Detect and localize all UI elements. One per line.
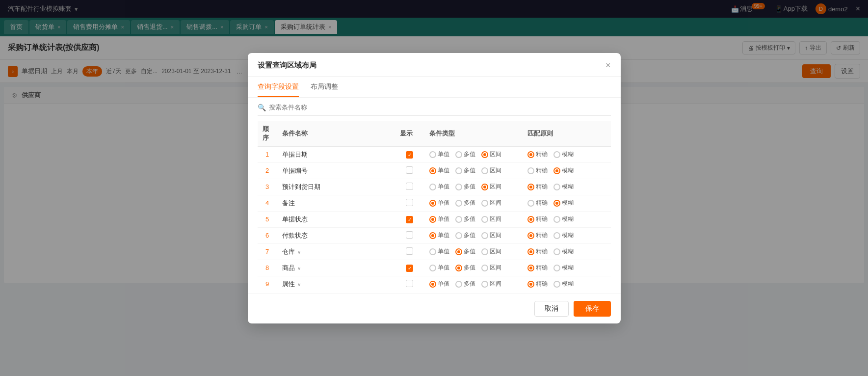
radio-match-exact-3[interactable]: 精确 bbox=[527, 199, 548, 207]
dialog-tab-query-fields-label: 查询字段设置 bbox=[258, 82, 299, 90]
cell-name-4: 单据状态 bbox=[277, 211, 395, 227]
radio-match-exact-7[interactable]: 精确 bbox=[527, 264, 548, 272]
display-checkbox-8[interactable] bbox=[406, 280, 413, 287]
radio-type-range-3[interactable]: 区间 bbox=[481, 199, 501, 207]
radio-type-single-5[interactable]: 单值 bbox=[429, 231, 449, 240]
radio-type-multi-7[interactable]: 多值 bbox=[455, 264, 475, 272]
radio-type-range-4[interactable]: 区间 bbox=[481, 215, 501, 223]
radio-circle-icon bbox=[553, 216, 560, 223]
radio-type-range-8[interactable]: 区间 bbox=[481, 280, 501, 287]
radio-match-fuzzy-6[interactable]: 模糊 bbox=[553, 247, 574, 256]
cell-order-1: 2 bbox=[258, 162, 277, 179]
radio-type-range-1[interactable]: 区间 bbox=[481, 166, 501, 175]
radio-type-single-2[interactable]: 单值 bbox=[429, 183, 449, 191]
radio-type-label: 区间 bbox=[490, 231, 501, 240]
radio-type-multi-2[interactable]: 多值 bbox=[455, 183, 475, 191]
radio-circle-icon bbox=[429, 184, 436, 190]
radio-type-label: 多值 bbox=[464, 150, 475, 159]
radio-type-multi-0[interactable]: 多值 bbox=[455, 150, 475, 159]
radio-type-single-4[interactable]: 单值 bbox=[429, 215, 449, 223]
radio-match-exact-6[interactable]: 精确 bbox=[527, 247, 548, 256]
radio-match-label: 精确 bbox=[536, 280, 548, 287]
radio-type-single-1[interactable]: 单值 bbox=[429, 166, 449, 175]
cell-display-6 bbox=[395, 243, 424, 260]
radio-type-range-7[interactable]: 区间 bbox=[481, 264, 501, 272]
search-icon: 🔍 bbox=[258, 104, 266, 111]
radio-match-fuzzy-5[interactable]: 模糊 bbox=[553, 231, 574, 240]
radio-match-fuzzy-7[interactable]: 模糊 bbox=[553, 264, 574, 272]
radio-circle-icon bbox=[455, 281, 462, 288]
display-checkbox-0[interactable]: ✓ bbox=[406, 151, 413, 159]
dropdown-arrow-icon: ∨ bbox=[297, 282, 301, 287]
cell-name-2: 预计到货日期 bbox=[277, 179, 395, 195]
radio-match-label: 模糊 bbox=[562, 166, 574, 175]
radio-type-label: 单值 bbox=[438, 199, 449, 207]
radio-circle-icon bbox=[455, 265, 462, 271]
radio-type-range-0[interactable]: 区间 bbox=[481, 150, 501, 159]
radio-type-single-3[interactable]: 单值 bbox=[429, 199, 449, 207]
radio-match-exact-2[interactable]: 精确 bbox=[527, 183, 548, 191]
radio-type-single-0[interactable]: 单值 bbox=[429, 150, 449, 159]
radio-type-label: 区间 bbox=[490, 183, 501, 191]
cell-match-5: 精确模糊 bbox=[523, 227, 611, 243]
radio-type-single-7[interactable]: 单值 bbox=[429, 264, 449, 272]
radio-match-fuzzy-3[interactable]: 模糊 bbox=[553, 199, 574, 207]
radio-type-label: 单值 bbox=[438, 150, 449, 159]
radio-match-fuzzy-1[interactable]: 模糊 bbox=[553, 166, 574, 175]
radio-type-multi-8[interactable]: 多值 bbox=[455, 280, 475, 287]
radio-type-single-8[interactable]: 单值 bbox=[429, 280, 449, 287]
radio-circle-icon bbox=[553, 281, 560, 288]
cell-display-1 bbox=[395, 162, 424, 179]
radio-type-multi-6[interactable]: 多值 bbox=[455, 247, 475, 256]
radio-match-label: 模糊 bbox=[562, 199, 574, 207]
table-row: 5单据状态✓单值多值区间精确模糊 bbox=[258, 211, 611, 227]
radio-match-exact-0[interactable]: 精确 bbox=[527, 150, 548, 159]
radio-type-label: 多值 bbox=[464, 199, 475, 207]
radio-type-range-2[interactable]: 区间 bbox=[481, 183, 501, 191]
radio-type-multi-5[interactable]: 多值 bbox=[455, 231, 475, 240]
radio-type-range-5[interactable]: 区间 bbox=[481, 231, 501, 240]
radio-match-fuzzy-4[interactable]: 模糊 bbox=[553, 215, 574, 223]
cell-order-4: 5 bbox=[258, 211, 277, 227]
radio-type-label: 区间 bbox=[490, 280, 501, 287]
radio-type-single-6[interactable]: 单值 bbox=[429, 247, 449, 256]
radio-type-label: 区间 bbox=[490, 166, 501, 175]
display-checkbox-5[interactable] bbox=[406, 231, 413, 239]
radio-match-fuzzy-8[interactable]: 模糊 bbox=[553, 280, 574, 287]
radio-match-exact-5[interactable]: 精确 bbox=[527, 231, 548, 240]
display-checkbox-3[interactable] bbox=[406, 199, 413, 206]
table-row: 9属性 ∨单值多值区间精确模糊 bbox=[258, 276, 611, 287]
dropdown-arrow-icon: ∨ bbox=[297, 266, 301, 271]
radio-type-multi-3[interactable]: 多值 bbox=[455, 199, 475, 207]
display-checkbox-2[interactable] bbox=[406, 183, 413, 190]
radio-circle-icon bbox=[455, 200, 462, 207]
dialog-header: 设置查询区域布局 × bbox=[248, 53, 621, 77]
modal-overlay: 设置查询区域布局 × 查询字段设置 布局调整 🔍 bbox=[0, 0, 868, 287]
dialog-close-button[interactable]: × bbox=[605, 61, 611, 70]
radio-match-label: 精确 bbox=[536, 264, 548, 272]
cell-type-4: 单值多值区间 bbox=[424, 211, 523, 227]
display-checkbox-6[interactable] bbox=[406, 247, 413, 255]
radio-match-exact-8[interactable]: 精确 bbox=[527, 280, 548, 287]
radio-match-fuzzy-0[interactable]: 模糊 bbox=[553, 150, 574, 159]
display-checkbox-4[interactable]: ✓ bbox=[406, 216, 413, 223]
condition-search-input[interactable] bbox=[269, 104, 367, 111]
radio-match-label: 模糊 bbox=[562, 183, 574, 191]
display-checkbox-7[interactable]: ✓ bbox=[406, 265, 413, 272]
radio-match-fuzzy-2[interactable]: 模糊 bbox=[553, 183, 574, 191]
radio-match-exact-1[interactable]: 精确 bbox=[527, 166, 548, 175]
cell-order-6: 7 bbox=[258, 243, 277, 260]
radio-type-range-6[interactable]: 区间 bbox=[481, 247, 501, 256]
radio-circle-icon bbox=[481, 216, 488, 223]
radio-type-multi-4[interactable]: 多值 bbox=[455, 215, 475, 223]
radio-match-exact-4[interactable]: 精确 bbox=[527, 215, 548, 223]
cell-name-7: 商品 ∨ bbox=[277, 260, 395, 276]
dialog-tab-layout[interactable]: 布局调整 bbox=[311, 82, 338, 97]
cell-type-7: 单值多值区间 bbox=[424, 260, 523, 276]
radio-type-label: 多值 bbox=[464, 183, 475, 191]
display-checkbox-1[interactable] bbox=[406, 166, 413, 174]
radio-type-label: 多值 bbox=[464, 231, 475, 240]
dialog-tab-query-fields[interactable]: 查询字段设置 bbox=[258, 82, 299, 97]
radio-type-multi-1[interactable]: 多值 bbox=[455, 166, 475, 175]
table-row: 4备注单值多值区间精确模糊 bbox=[258, 195, 611, 211]
